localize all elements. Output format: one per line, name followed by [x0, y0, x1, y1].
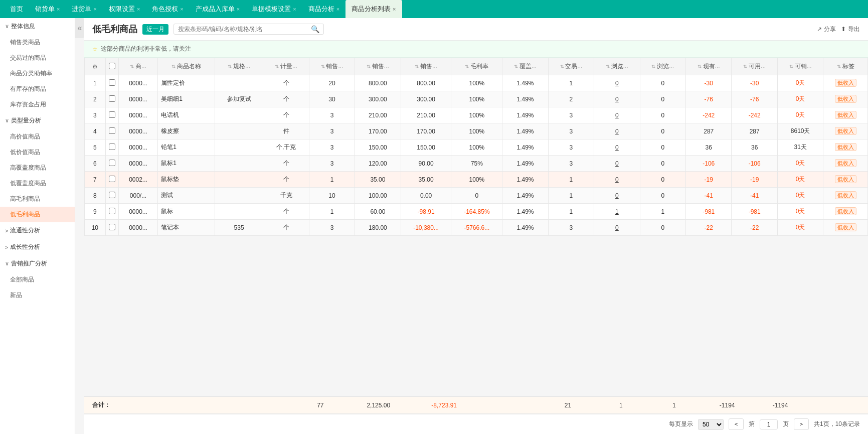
col-header-12[interactable]: ⇅ 浏览... — [594, 58, 640, 75]
col-header-13[interactable]: ⇅ 浏览... — [640, 58, 685, 75]
nav-item-权限设置[interactable]: 权限设置× — [103, 0, 146, 18]
nav-item-单据模板设置[interactable]: 单据模板设置× — [246, 0, 302, 18]
sidebar-item-有库存的商品[interactable]: 有库存的商品 — [0, 81, 75, 97]
sidebar-item-低毛利商品[interactable]: 低毛利商品 — [0, 207, 75, 222]
nav-item-销货单[interactable]: 销货单× — [29, 0, 66, 18]
view-count-1[interactable]: 0 — [594, 91, 640, 107]
sidebar-group-流通性分析[interactable]: >流通性分析 — [0, 222, 75, 239]
row-checkbox-cell[interactable] — [105, 123, 118, 139]
col-header-11[interactable]: ⇅ 交易... — [548, 58, 594, 75]
col-header-1[interactable] — [105, 58, 118, 75]
col-header-15[interactable]: ⇅ 可用... — [732, 58, 777, 75]
row-checkbox[interactable] — [109, 143, 115, 150]
export-button[interactable]: ⬆ 导出 — [841, 25, 860, 34]
nav-item-产成品入库单[interactable]: 产成品入库单× — [190, 0, 246, 18]
row-checkbox[interactable] — [109, 160, 115, 166]
sidebar-group-营销推广分析[interactable]: ∨营销推广分析 — [0, 255, 75, 272]
nav-item-商品分析列表[interactable]: 商品分析列表× — [345, 0, 402, 18]
row-checkbox[interactable] — [109, 127, 115, 134]
sidebar-item-新品[interactable]: 新品 — [0, 287, 75, 303]
product-name[interactable]: 铅笔1 — [158, 139, 215, 156]
sidebar-item-全部商品[interactable]: 全部商品 — [0, 272, 75, 287]
nav-close-icon[interactable]: × — [180, 6, 183, 12]
sidebar-item-交易过的商品[interactable]: 交易过的商品 — [0, 50, 75, 66]
row-checkbox[interactable] — [109, 224, 115, 230]
row-checkbox[interactable] — [109, 95, 115, 102]
col-header-14[interactable]: ⇅ 现有... — [686, 58, 732, 75]
view-count-1[interactable]: 0 — [594, 156, 640, 172]
page-size-select[interactable]: 50 100 200 — [698, 419, 724, 430]
sidebar-item-高覆盖度商品[interactable]: 高覆盖度商品 — [0, 160, 75, 176]
sidebar-group-类型量分析[interactable]: ∨类型量分析 — [0, 112, 75, 129]
col-header-3[interactable]: ⇅ 商品名称 — [158, 58, 215, 75]
product-name[interactable]: 笔记本 — [158, 220, 215, 236]
sidebar-item-高价值商品[interactable]: 高价值商品 — [0, 129, 75, 144]
view-count-1[interactable]: 0 — [594, 188, 640, 204]
col-header-6[interactable]: ⇅ 销售... — [309, 58, 355, 75]
date-filter-tag[interactable]: 近一月 — [142, 24, 168, 35]
view-count-1[interactable]: 0 — [594, 123, 640, 139]
row-checkbox-cell[interactable] — [105, 172, 118, 188]
col-header-2[interactable]: ⇅ 商... — [118, 58, 158, 75]
nav-close-icon[interactable]: × — [93, 6, 96, 12]
view-count-1[interactable]: 0 — [594, 139, 640, 156]
row-checkbox[interactable] — [109, 111, 115, 118]
product-name[interactable]: 电话机 — [158, 107, 215, 123]
product-name[interactable]: 属性定价 — [158, 75, 215, 91]
page-number-input[interactable] — [760, 419, 778, 429]
row-checkbox[interactable] — [109, 79, 115, 86]
sidebar-group-成长性分析[interactable]: >成长性分析 — [0, 239, 75, 255]
product-name[interactable]: 吴细细1 — [158, 91, 215, 107]
product-name[interactable]: 鼠标1 — [158, 156, 215, 172]
nav-close-icon[interactable]: × — [137, 6, 140, 12]
col-header-9[interactable]: ⇅ 毛利率 — [451, 58, 502, 75]
nav-close-icon[interactable]: × — [293, 6, 296, 12]
view-count-1[interactable]: 0 — [594, 107, 640, 123]
col-header-5[interactable]: ⇅ 计量... — [263, 58, 309, 75]
product-name[interactable]: 鼠标垫 — [158, 172, 215, 188]
sidebar-item-低覆盖度商品[interactable]: 低覆盖度商品 — [0, 176, 75, 191]
row-checkbox-cell[interactable] — [105, 75, 118, 91]
row-checkbox-cell[interactable] — [105, 204, 118, 220]
view-count-1[interactable]: 1 — [594, 204, 640, 220]
col-header-7[interactable]: ⇅ 销售... — [355, 58, 401, 75]
sidebar-item-低价值商品[interactable]: 低价值商品 — [0, 144, 75, 160]
view-count-1[interactable]: 0 — [594, 75, 640, 91]
product-name[interactable]: 鼠标 — [158, 204, 215, 220]
search-input[interactable] — [178, 26, 311, 33]
nav-close-icon[interactable]: × — [336, 6, 339, 12]
product-name[interactable]: 橡皮擦 — [158, 123, 215, 139]
sidebar-item-销售类商品[interactable]: 销售类商品 — [0, 35, 75, 50]
sidebar-item-商品分类助销率[interactable]: 商品分类助销率 — [0, 66, 75, 81]
col-header-16[interactable]: ⇅ 可销... — [777, 58, 823, 75]
select-all-checkbox[interactable] — [109, 63, 115, 69]
col-header-17[interactable]: ⇅ 标签 — [823, 58, 868, 75]
sidebar-collapse-button[interactable]: « — [75, 18, 84, 38]
settings-icon[interactable]: ⚙ — [92, 63, 98, 70]
col-header-8[interactable]: ⇅ 销售... — [401, 58, 451, 75]
row-checkbox[interactable] — [109, 192, 115, 198]
view-count-1[interactable]: 0 — [594, 172, 640, 188]
row-checkbox[interactable] — [109, 176, 115, 182]
nav-item-进货单[interactable]: 进货单× — [66, 0, 102, 18]
next-page-button[interactable]: ＞ — [794, 418, 809, 430]
nav-close-icon[interactable]: × — [237, 6, 240, 12]
row-checkbox-cell[interactable] — [105, 91, 118, 107]
nav-close-icon[interactable]: × — [57, 6, 60, 12]
prev-page-button[interactable]: ＜ — [729, 418, 744, 430]
row-checkbox-cell[interactable] — [105, 188, 118, 204]
row-checkbox[interactable] — [109, 208, 115, 214]
col-header-4[interactable]: ⇅ 规格... — [215, 58, 263, 75]
product-name[interactable]: 测试 — [158, 188, 215, 204]
row-checkbox-cell[interactable] — [105, 220, 118, 236]
nav-item-商品分析[interactable]: 商品分析× — [302, 0, 345, 18]
nav-close-icon[interactable]: × — [393, 6, 396, 12]
nav-item-首页[interactable]: 首页 — [4, 0, 29, 18]
sidebar-item-库存资金占用[interactable]: 库存资金占用 — [0, 97, 75, 112]
row-checkbox-cell[interactable] — [105, 107, 118, 123]
sidebar-group-整体信息[interactable]: ∨整体信息 — [0, 18, 75, 35]
col-header-10[interactable]: ⇅ 覆盖... — [502, 58, 548, 75]
view-count-1[interactable]: 0 — [594, 220, 640, 236]
col-header-0[interactable]: ⚙ — [85, 58, 106, 75]
sidebar-item-高毛利商品[interactable]: 高毛利商品 — [0, 191, 75, 207]
